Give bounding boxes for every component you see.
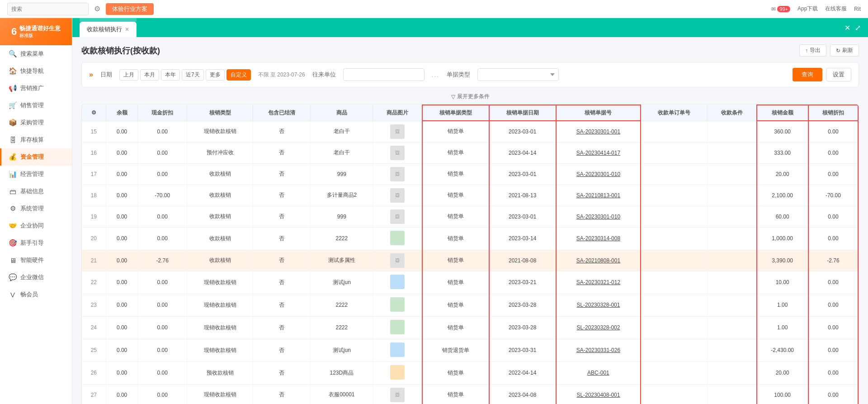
cell-receipt_condition-2 [707,163,756,185]
sidebar-item-1[interactable]: 🏠快捷导航 [0,62,72,80]
cell-verify_bill_no-9[interactable]: SL-20230328-002 [556,316,641,339]
tab-close-2[interactable]: ✕ [125,26,129,33]
cell-verify_bill_no-4[interactable]: SA-20230301-010 [556,206,641,227]
cell-goods-10: 测试jun [311,339,373,361]
sidebar-item-13[interactable]: 💬企业微信 [0,269,72,286]
online-service-link[interactable]: 在线客服 [825,5,847,13]
cell-verify_discount-5: 0.00 [808,227,858,250]
cell-goods-12: 衣服00001 [311,384,373,404]
cell-verify_bill_no-10[interactable]: SA-20230331-026 [556,339,641,361]
cell-verify_amount-10: -2,430.00 [757,339,808,361]
trial-button[interactable]: 体验行业方案 [106,3,154,15]
expand-more[interactable]: ▽ 展开更多条件 [81,93,859,100]
cell-verify_bill_date-4: 2023-03-01 [489,206,556,227]
sidebar-item-4[interactable]: 📦采购管理 [0,114,72,131]
message-icon[interactable]: ✉ 99+ [771,6,790,12]
gear-button[interactable]: ⚙ [94,5,100,13]
unit-input[interactable] [343,68,425,81]
cell-goods_img-10 [373,339,422,361]
cell-verify_bill_no-0[interactable]: SA-20230301-001 [556,121,641,142]
table-row: 250.000.00现销收款核销否测试jun销货退货单2023-03-31SA-… [82,339,858,361]
sidebar-item-10[interactable]: 🤝企业协同 [0,217,72,234]
sidebar-item-3[interactable]: 🛒销售管理 [0,97,72,114]
cell-include_closed-11: 否 [253,361,311,384]
date-this-year[interactable]: 本年 [161,69,180,81]
cell-icon-10: 25 [82,339,106,361]
cell-receipt_condition-12 [707,384,756,404]
cell-verify_bill_no-2[interactable]: SA-20230301-010 [556,163,641,185]
sidebar-item-9[interactable]: ⚙系统管理 [0,200,72,217]
expand-icon[interactable]: » [89,71,93,79]
cell-verify_bill_no-12[interactable]: SL-20230408-001 [556,384,641,404]
app-download-link[interactable]: App下载 [797,5,818,13]
sidebar-label-3: 销售管理 [20,101,44,109]
query-button[interactable]: 查询 [793,68,822,81]
sidebar-label-0: 搜索菜单 [20,50,44,58]
cell-goods-0: 老白干 [311,121,373,142]
tab-2[interactable]: 收款核销执行✕ [80,22,137,37]
date-custom[interactable]: 自定义 [226,69,251,81]
cell-receipt_order_no-12 [641,384,707,404]
search-input[interactable] [7,3,89,15]
close-window-icon[interactable]: ✕ [844,24,850,32]
cell-cash_discount-5: 0.00 [138,227,187,250]
cell-balance-10: 0.00 [106,339,138,361]
sidebar-item-0[interactable]: 🔍搜索菜单 [0,45,72,62]
sidebar-icon-1: 🏠 [9,67,17,75]
cell-verify_bill_date-10: 2023-03-31 [489,339,556,361]
cell-verify_bill_no-1[interactable]: SA-20230414-017 [556,142,641,163]
refresh-button[interactable]: ↻ 刷新 [830,44,859,57]
expand-more-label: 展开更多条件 [457,93,490,100]
cell-cash_discount-7: 0.00 [138,271,187,294]
date-this-month[interactable]: 本月 [140,69,159,81]
cell-verify_type-3: 收款核销 [187,185,253,206]
sidebar-item-7[interactable]: 📊经营管理 [0,166,72,183]
cell-verify_bill_no-6[interactable]: SA-20210808-001 [556,250,641,271]
sidebar-item-14[interactable]: V畅会员 [0,286,72,303]
date-more[interactable]: 更多 [206,69,225,81]
sidebar-icon-3: 🛒 [9,101,17,109]
setting-button[interactable]: 设置 [826,68,851,81]
cell-receipt_order_no-11 [641,361,707,384]
top-bar: ⚙ 体验行业方案 ✉ 99+ App下载 在线客服 Rit [0,0,868,18]
cell-verify_bill_no-5[interactable]: SA-20230314-008 [556,227,641,250]
tab-1[interactable]: 预付冲应付单✕ [80,18,137,22]
cell-verify_type-7: 现销收款核销 [187,271,253,294]
cell-verify_amount-3: 2,100.00 [757,185,808,206]
maximize-icon[interactable]: ⤢ [855,24,861,32]
unit-dots[interactable]: ... [432,71,439,78]
cell-receipt_order_no-8 [641,294,707,316]
bill-type-select[interactable] [477,68,559,81]
cell-cash_discount-11: 0.00 [138,361,187,384]
cell-goods_img-11 [373,361,422,384]
sidebar-item-2[interactable]: 📢营销推广 [0,80,72,97]
export-button[interactable]: ↑ 导出 [799,44,826,57]
cell-verify_bill_no-7[interactable]: SA-20230321-012 [556,271,641,294]
cell-icon-12: 27 [82,384,106,404]
cell-balance-8: 0.00 [106,294,138,316]
goods-thumbnail [390,231,405,245]
tab-bar-actions: ✕ ⤢ [844,24,861,32]
date-last-month[interactable]: 上月 [119,69,138,81]
th-include_closed: 包含已结清 [253,105,311,121]
cell-cash_discount-0: 0.00 [138,121,187,142]
sidebar-item-11[interactable]: 🎯新手引导 [0,234,72,252]
cell-verify_bill_no-8[interactable]: SL-20230328-001 [556,294,641,316]
sidebar-icon-8: 🗃 [9,188,17,195]
sidebar-item-12[interactable]: 🖥智能硬件 [0,252,72,269]
cell-balance-9: 0.00 [106,316,138,339]
cell-verify_bill_date-9: 2023-03-28 [489,316,556,339]
sidebar-item-8[interactable]: 🗃基础信息 [0,183,72,200]
sidebar-label-12: 智能硬件 [20,256,44,264]
date-7days[interactable]: 近7天 [182,69,204,81]
cell-verify_bill_no-11[interactable]: ABC-001 [556,361,641,384]
cell-receipt_order_no-7 [641,271,707,294]
sidebar-item-5[interactable]: 🗄库存核算 [0,131,72,148]
cell-receipt_order_no-9 [641,316,707,339]
sidebar-icon-12: 🖥 [9,257,17,264]
sidebar-icon-6: 💰 [9,153,17,161]
cell-icon-7: 22 [82,271,106,294]
cell-verify_discount-4: 0.00 [808,206,858,227]
cell-verify_bill_no-3[interactable]: SA-20210813-001 [556,185,641,206]
sidebar-item-6[interactable]: 💰资金管理 [0,148,72,166]
